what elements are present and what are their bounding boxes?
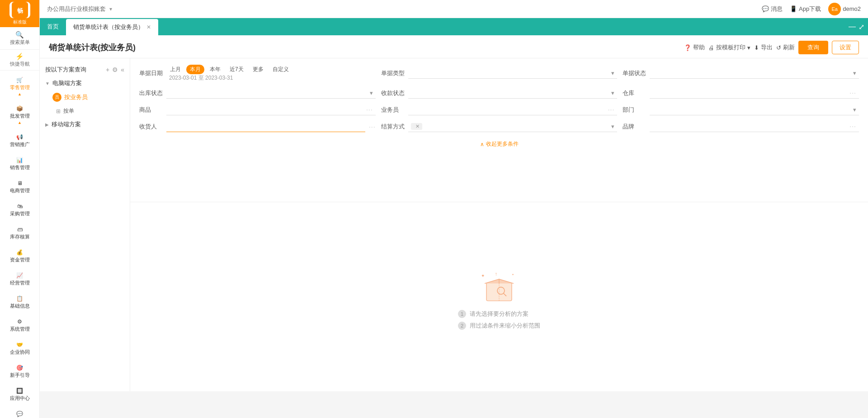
topbar-left: 办公用品行业模拟账套 ▾ xyxy=(47,5,112,13)
sidebar-item-basic[interactable]: 📋 基础信息 xyxy=(0,291,39,314)
sidebar-item-sales[interactable]: 📊 销售管理 xyxy=(0,152,39,176)
goods-dots: ··· xyxy=(366,106,373,113)
sidebar-item-retail[interactable]: 🛒 零售管理 ▲ xyxy=(0,72,39,101)
outbound-select[interactable]: ▾ xyxy=(166,88,376,99)
date-btn-more[interactable]: 更多 xyxy=(249,65,267,74)
left-panel-icons: + ⚙ « xyxy=(106,66,124,73)
message-btn[interactable]: 💬 消息 xyxy=(762,5,783,13)
purchase-icon: 🛍 xyxy=(17,203,23,209)
goods-select[interactable]: ··· xyxy=(166,104,376,115)
sidebar-item-enterprise[interactable]: 🤝 企业协同 xyxy=(0,337,39,360)
settlement-select[interactable]: ✕ ▾ xyxy=(408,121,618,132)
date-label: 单据日期 xyxy=(139,69,163,77)
sidebar-quicknav[interactable]: ⚡ 快捷导航 xyxy=(0,50,39,71)
tab-close-btn[interactable]: ✕ xyxy=(146,24,151,30)
svg-text:✦: ✦ xyxy=(512,273,514,276)
salesperson-select[interactable]: ··· xyxy=(408,104,618,115)
sidebar-logo: 畅 标准版 xyxy=(0,0,39,27)
tip-num-2: 2 xyxy=(458,322,466,330)
receiver-input[interactable] xyxy=(166,121,365,132)
date-btn-this-year[interactable]: 本年 xyxy=(206,65,224,74)
sidebar-item-inventory[interactable]: 🗃 库存核算 xyxy=(0,222,39,245)
sidebar-item-operation[interactable]: 📈 经营管理 xyxy=(0,268,39,291)
sidebar-item-system[interactable]: ⚙ 系统管理 xyxy=(0,314,39,337)
export-btn[interactable]: ⬇ 导出 xyxy=(754,43,773,52)
tabbar-maximize-btn[interactable]: ⤢ xyxy=(859,23,864,31)
app-download-btn[interactable]: 📱 App下载 xyxy=(790,5,821,13)
tabbar-minimize-btn[interactable]: — xyxy=(849,23,856,31)
logo-icon: 畅 xyxy=(9,2,30,18)
collapse-bar[interactable]: ∧ 收起更多条件 xyxy=(139,138,859,151)
user-menu[interactable]: Ea demo2 xyxy=(828,3,861,15)
page-header: 销货单统计表(按业务员) ❓ 帮助 🖨 按模板打印 ▾ ⬇ 导出 ↺ 刷新 xyxy=(40,35,868,58)
date-btn-this-month[interactable]: 本月 xyxy=(186,65,204,74)
date-btn-custom[interactable]: 自定义 xyxy=(269,65,292,74)
setting-button[interactable]: 设置 xyxy=(832,41,859,54)
date-btn-last-month[interactable]: 上月 xyxy=(166,65,184,74)
date-row: 上月 本月 本年 近7天 更多 自定义 xyxy=(166,65,376,74)
tab-sales-stat[interactable]: 销货单统计表（按业务员） ✕ xyxy=(66,19,158,35)
doc-type-field: 单据类型 ▾ xyxy=(381,68,618,79)
payment-dropdown-icon: ▾ xyxy=(611,90,614,96)
refresh-btn[interactable]: ↺ 刷新 xyxy=(776,43,795,52)
scheme-item-salesperson[interactable]: 员 按业务员 xyxy=(40,90,130,104)
scheme-item-order[interactable]: ⊞ 按单 xyxy=(40,104,130,118)
payment-select[interactable]: ▾ xyxy=(408,88,618,99)
warehouse-select[interactable]: ··· xyxy=(650,87,859,99)
doc-type-select[interactable]: ▾ xyxy=(408,68,618,79)
sidebar-item-wholesale[interactable]: 📦 批发管理 ▲ xyxy=(0,101,39,129)
department-dropdown-icon: ▾ xyxy=(853,106,856,113)
finance-icon: 💰 xyxy=(16,249,23,256)
left-panel: 按以下方案查询 + ⚙ « ▼ 电脑端方案 员 按业务员 xyxy=(40,58,130,391)
scheme-group-desktop-title[interactable]: ▼ 电脑端方案 xyxy=(40,76,130,90)
collapse-panel-btn[interactable]: « xyxy=(121,66,124,73)
sidebar-item-marketing[interactable]: 📢 营销推广 xyxy=(0,129,39,152)
scheme-group-desktop: ▼ 电脑端方案 员 按业务员 ⊞ 按单 xyxy=(40,76,130,118)
separator xyxy=(130,202,868,202)
chevron-right-icon: ▶ xyxy=(45,122,49,127)
topbar-title: 办公用品行业模拟账套 xyxy=(47,5,106,13)
appcenter-icon: 🔲 xyxy=(16,388,23,394)
filter-row-1: 单据日期 上月 本月 本年 近7天 更多 自定义 20 xyxy=(139,65,859,82)
tabbar: 首页 销货单统计表（按业务员） ✕ — ⤢ xyxy=(40,18,868,35)
query-button[interactable]: 查询 xyxy=(798,41,828,54)
empty-tip-1: 1 请先选择要分析的方案 xyxy=(458,310,540,318)
avatar: Ea xyxy=(828,3,841,15)
sidebar-item-ecommerce[interactable]: 🖥 电商管理 xyxy=(0,176,39,199)
operation-icon: 📈 xyxy=(16,272,23,279)
empty-tip-2: 2 用过滤条件来缩小分析范围 xyxy=(458,322,540,330)
scheme-group-mobile: ▶ 移动端方案 xyxy=(40,118,130,131)
refresh-icon: ↺ xyxy=(776,44,781,51)
body-layout: 按以下方案查询 + ⚙ « ▼ 电脑端方案 员 按业务员 xyxy=(40,58,868,391)
enterprise-icon: 🤝 xyxy=(16,342,23,348)
wholesale-icon: 📦 xyxy=(16,105,23,112)
brand-select[interactable]: ··· xyxy=(650,121,859,132)
scheme-group-mobile-title[interactable]: ▶ 移动端方案 xyxy=(40,118,130,131)
doc-status-select[interactable]: ▾ xyxy=(650,68,859,79)
help-btn[interactable]: ❓ 帮助 xyxy=(684,43,705,52)
empty-state: ✦ ✦ ↑ 1 xyxy=(130,207,868,392)
topbar-dropdown-arrow[interactable]: ▾ xyxy=(109,6,112,12)
print-dropdown-icon[interactable]: ▾ xyxy=(747,44,750,51)
outbound-label: 出库状态 xyxy=(139,89,163,97)
sidebar-item-appcenter[interactable]: 🔲 应用中心 xyxy=(0,383,39,406)
sidebar-search[interactable]: 🔍 按以下方案查询 搜索菜单 xyxy=(0,27,39,50)
sidebar-item-purchase[interactable]: 🛍 采购管理 xyxy=(0,199,39,222)
weixin-icon: 💬 xyxy=(16,411,23,417)
sidebar-item-weixin[interactable]: 💬 企业微信 xyxy=(0,406,39,418)
retail-icon: 🛒 xyxy=(16,77,23,83)
date-btn-7days[interactable]: 近7天 xyxy=(226,65,247,74)
svg-text:↑: ↑ xyxy=(495,271,497,276)
system-icon: ⚙ xyxy=(17,318,22,325)
tab-home[interactable]: 首页 xyxy=(40,18,66,35)
department-select[interactable]: ▾ xyxy=(650,104,859,115)
add-scheme-btn[interactable]: + xyxy=(106,66,109,73)
settlement-tag-close[interactable]: ✕ xyxy=(415,124,420,129)
sidebar-item-finance[interactable]: 💰 资金管理 xyxy=(0,245,39,268)
search-icon: 🔍 xyxy=(2,31,38,39)
print-btn[interactable]: 🖨 按模板打印 ▾ xyxy=(708,43,750,52)
left-panel-header: 按以下方案查询 + ⚙ « xyxy=(40,63,130,76)
setting-scheme-btn[interactable]: ⚙ xyxy=(112,66,118,73)
sidebar-item-newbie[interactable]: 🎯 新手引导 xyxy=(0,360,39,383)
receiver-dots[interactable]: ··· xyxy=(369,123,376,130)
